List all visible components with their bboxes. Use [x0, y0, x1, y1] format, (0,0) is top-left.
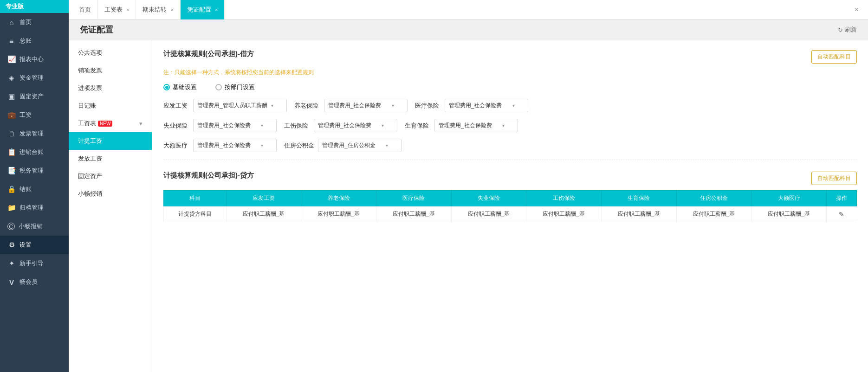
section-divider [163, 160, 857, 160]
left-nav-xiaochang[interactable]: 小畅报销 [69, 185, 152, 203]
invoice-icon: 🗒 [7, 130, 16, 138]
tab-voucher-config[interactable]: 凭证配置 × [181, 0, 225, 19]
left-nav-sales-invoice[interactable]: 销项发票 [69, 62, 152, 79]
sidebar-item-label: 设置 [19, 241, 32, 249]
debit-auto-match-button[interactable]: 自动匹配科目 [811, 50, 857, 64]
left-nav-salary-table[interactable]: 工资表 NEW ▾ [69, 115, 152, 132]
sidebar-item-reports[interactable]: 📈 报表中心 [0, 50, 69, 69]
tab-home-label: 首页 [79, 6, 91, 14]
closing-icon: 🔒 [7, 185, 16, 193]
radio-basic[interactable]: 基础设置 [163, 83, 197, 91]
debit-salary-select[interactable]: 管理费用_管理人员职工薪酬 ▾ [193, 99, 287, 112]
debit-bigmedical-value: 管理费用_社会保险费 [197, 141, 251, 149]
brand-logo: 专业版 [0, 0, 69, 13]
sidebar-item-closing[interactable]: 🔒 结账 [0, 180, 69, 199]
sidebar-item-label: 小畅报销 [19, 222, 43, 231]
debit-medical-select[interactable]: 管理费用_社会保险费 ▾ [445, 99, 528, 112]
archive-icon: 📁 [7, 204, 16, 212]
sidebar-item-home[interactable]: ⌂ 首页 [0, 13, 69, 32]
sidebar-item-label: 固定资产 [19, 92, 44, 101]
tab-salary-label: 工资表 [104, 6, 123, 14]
tab-salary-table[interactable]: 工资表 × [98, 0, 136, 19]
col-action: 操作 [826, 191, 856, 206]
sidebar-item-assets[interactable]: ▣ 固定资产 [0, 87, 69, 106]
left-nav-fixed-assets[interactable]: 固定资产 [69, 167, 152, 185]
left-nav-journal[interactable]: 日记账 [69, 97, 152, 115]
radio-dept-label: 按部门设置 [225, 83, 255, 91]
sidebar-item-salary[interactable]: 💼 工资 [0, 106, 69, 124]
left-nav-pay-salary[interactable]: 发放工资 [69, 150, 152, 167]
sidebar-item-invoice[interactable]: 🗒 发票管理 [0, 124, 69, 143]
ledger-icon: ≡ [7, 37, 16, 45]
sidebar-item-label: 进销台账 [19, 148, 44, 156]
sidebar-item-funds[interactable]: ◈ 资金管理 [0, 69, 69, 87]
debit-field-housing: 住房公积金 管理费用_住房公积金 ▾ [284, 139, 402, 152]
left-nav-public[interactable]: 公共选项 [69, 44, 152, 62]
debit-housing-select[interactable]: 管理费用_住房公积金 ▾ [318, 139, 402, 152]
new-badge: NEW [98, 121, 112, 127]
sidebar-item-ledger[interactable]: ≡ 总账 [0, 32, 69, 50]
sidebar-item-label: 首页 [19, 18, 32, 26]
cell-action[interactable]: ✎ [826, 206, 856, 222]
cell-housing: 应付职工薪酬_基 [676, 206, 751, 222]
sidebar-item-settings[interactable]: ⚙ 设置 [0, 236, 69, 254]
debit-salary-arrow: ▾ [271, 103, 273, 108]
left-nav-calc-salary[interactable]: 计提工资 [69, 132, 152, 150]
radio-dept[interactable]: 按部门设置 [215, 83, 255, 91]
debit-field-unemployment: 失业保险 管理费用_社会保险费 ▾ [163, 119, 277, 132]
sidebar-item-archive[interactable]: 📁 归档管理 [0, 199, 69, 217]
tab-voucher-label: 凭证配置 [187, 6, 211, 14]
debit-section-note: 注：只能选择一种方式，系统将按照您当前的选择来配置规则 [163, 69, 857, 77]
debit-injury-label: 工伤保险 [284, 122, 310, 130]
debit-housing-arrow: ▾ [386, 143, 388, 148]
debit-unemployment-select[interactable]: 管理费用_社会保险费 ▾ [193, 119, 277, 132]
left-nav-purchase-invoice[interactable]: 进项发票 [69, 79, 152, 97]
sidebar-item-inout[interactable]: 📋 进销台账 [0, 143, 69, 161]
debit-maternity-label: 生育保险 [405, 122, 431, 130]
tab-salary-close[interactable]: × [126, 7, 129, 13]
sidebar-item-member[interactable]: V 畅会员 [0, 273, 69, 291]
cell-injury: 应付职工薪酬_基 [526, 206, 602, 222]
inout-icon: 📋 [7, 148, 16, 156]
radio-basic-label: 基础设置 [173, 83, 197, 91]
sidebar-item-label: 工资 [19, 111, 32, 119]
refresh-button[interactable]: ↻ 刷新 [838, 26, 857, 34]
debit-field-salary: 应发工资 管理费用_管理人员职工薪酬 ▾ [163, 99, 287, 112]
tab-home[interactable]: 首页 [72, 0, 98, 19]
debit-section: 计提核算规则(公司承担)-借方 自动匹配科目 注：只能选择一种方式，系统将按照您… [163, 50, 857, 160]
debit-salary-label: 应发工资 [163, 102, 189, 110]
left-nav-salarytable-label: 工资表 [78, 119, 96, 128]
tab-voucher-close[interactable]: × [215, 7, 218, 13]
edit-icon[interactable]: ✎ [839, 211, 844, 218]
tab-period-close-btn[interactable]: × [170, 7, 173, 13]
member-icon: V [7, 278, 16, 286]
debit-pension-arrow: ▾ [392, 103, 394, 108]
col-medical: 医疗保险 [376, 191, 451, 206]
left-nav-sales-label: 销项发票 [78, 66, 102, 75]
tab-period-close[interactable]: 期末结转 × [136, 0, 180, 19]
debit-pension-select[interactable]: 管理费用_社会保险费 ▾ [324, 99, 408, 112]
debit-injury-arrow: ▾ [382, 123, 384, 128]
sidebar-item-xiaochang[interactable]: C 小畅报销 [0, 217, 69, 236]
cell-pension: 应付职工薪酬_基 [301, 206, 376, 222]
col-subject: 科目 [164, 191, 227, 206]
sidebar-item-guide[interactable]: ✦ 新手引导 [0, 254, 69, 273]
page-header: 凭证配置 ↻ 刷新 [69, 19, 868, 40]
tab-bar-close[interactable]: × [849, 6, 864, 14]
debit-injury-select[interactable]: 管理费用_社会保险费 ▾ [314, 119, 397, 132]
left-nav-purchase-label: 进项发票 [78, 84, 102, 92]
cell-medical: 应付职工薪酬_基 [376, 206, 451, 222]
debit-salary-value: 管理费用_管理人员职工薪酬 [197, 102, 267, 109]
debit-maternity-value: 管理费用_社会保险费 [439, 122, 492, 129]
debit-maternity-select[interactable]: 管理费用_社会保险费 ▾ [434, 119, 518, 132]
debit-unemployment-label: 失业保险 [163, 122, 189, 130]
credit-auto-match-button[interactable]: 自动匹配科目 [811, 172, 857, 185]
col-maternity: 生育保险 [601, 191, 676, 206]
col-bigmedical: 大额医疗 [751, 191, 827, 206]
guide-icon: ✦ [7, 259, 16, 268]
sidebar-item-tax[interactable]: 📑 税务管理 [0, 161, 69, 180]
debit-bigmedical-select[interactable]: 管理费用_社会保险费 ▾ [193, 139, 277, 152]
left-nav-xiaochang-label: 小畅报销 [78, 190, 102, 198]
debit-section-header: 计提核算规则(公司承担)-借方 自动匹配科目 [163, 50, 857, 64]
sidebar-item-label: 总账 [19, 37, 32, 45]
